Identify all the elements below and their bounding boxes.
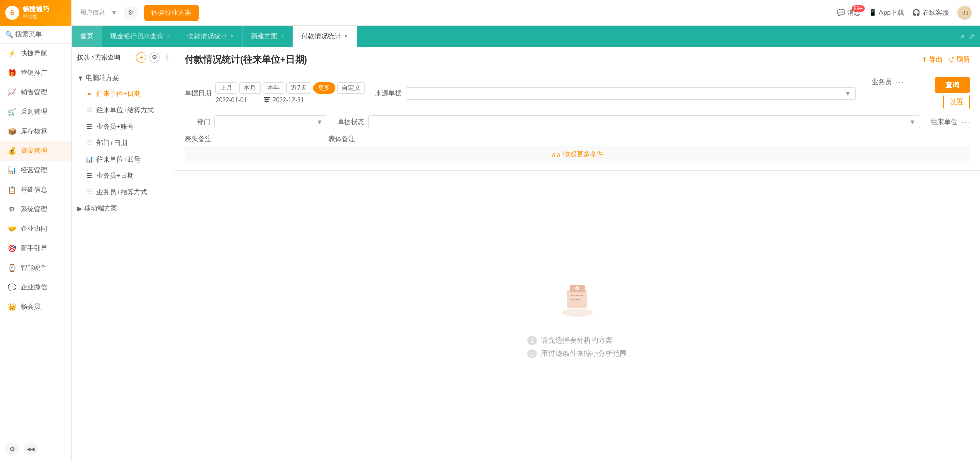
mobile-group-header[interactable]: ▶ 移动端方案 [72,201,174,216]
scheme-unit-account-label: 往来单位+账号 [96,155,141,164]
panel-collapse-btn[interactable]: 《 [163,53,169,62]
tab-new-plan[interactable]: 新建方案 × [243,26,293,47]
tab-bank[interactable]: 现金银行流水查询 × [102,26,179,47]
sidebar-item-member[interactable]: 👑 畅会员 [0,297,71,316]
filter-body-note-item: 表体备注 [328,134,970,144]
date-btn-last-7days[interactable]: 近7天 [286,82,311,94]
sidebar-item-purchase[interactable]: 🛒 采购管理 [0,102,71,122]
sidebar-brand: 畅捷通巧 标准版 [23,5,49,21]
trial-btn[interactable]: 体验行业方案 [144,5,199,21]
scheme-staff-date[interactable]: ☰ 业务员+日期 [72,168,174,184]
refresh-btn[interactable]: ↺ 刷新 [949,55,970,64]
date-options-group: 上月 本月 本年 近7天 更多 自定义 至 [215,82,365,105]
hardware-icon: ⌚ [7,263,16,272]
messages-btn[interactable]: 💬 消息 99+ [837,8,860,17]
tab-payment-close[interactable]: × [344,33,348,40]
dept-select[interactable]: ▼ [214,115,327,128]
purchase-icon: 🛒 [7,107,16,116]
close-all-btn[interactable]: × [961,32,965,41]
scheme-staff-settle[interactable]: ☰ 业务员+结算方式 [72,184,174,201]
scheme-staff-settle-label: 业务员+结算方式 [96,188,147,197]
date-range-separator: 至 [264,96,270,105]
tab-bank-close[interactable]: × [167,33,170,40]
tab-payment[interactable]: 付款情况统计 × [293,26,357,47]
topbar-gear-btn[interactable]: ⚙ [124,6,138,20]
avatar[interactable]: Rit [957,6,972,20]
app-download-btn[interactable]: 📱 App下载 [869,8,904,17]
sidebar-item-sales[interactable]: 📈 销售管理 [0,83,71,102]
tab-bank-label: 现金银行流水查询 [110,32,164,41]
sidebar-item-quick-nav[interactable]: ⚡ 快捷导航 [0,44,71,63]
sidebar-header: 6 畅捷通巧 标准版 [0,0,71,26]
sidebar-item-base[interactable]: 📋 基础信息 [0,180,71,199]
mobile-scheme-group: ▶ 移动端方案 [72,201,174,216]
doc-status-select[interactable]: ▼ [368,115,920,128]
scheme-dept-date[interactable]: ☰ 部门+日期 [72,135,174,151]
online-service-btn[interactable]: 🎧 在线客服 [912,8,949,17]
tab-receipt-label: 收款情况统计 [187,32,227,41]
source-label: 来源单据 [375,89,402,98]
panel-settings-btn[interactable]: ⚙ [149,52,160,63]
sidebar-item-guide[interactable]: 🎯 新手引导 [0,238,71,258]
collapse-up-icon: ∧∧ [551,151,561,158]
sidebar-item-marketing[interactable]: 🎁 营销推广 [0,63,71,83]
sidebar-footer: ⚙ ◀◀ [0,436,71,461]
scheme-staff-account[interactable]: ☰ 业务员+账号 [72,118,174,135]
filter-settings-btn[interactable]: 设置 [943,95,970,109]
app-download-label: App下载 [879,8,904,17]
doc-status-dropdown-icon: ▼ [909,118,916,126]
operations-icon: 📊 [7,166,16,175]
sidebar-label-member: 畅会员 [21,302,41,311]
panel-add-btn[interactable]: + [136,52,146,63]
date-end-input[interactable] [272,96,319,104]
scheme-unit-date-label: 往来单位+日期 [96,89,141,98]
filter-unit-item: 往来单位 ··· [931,117,970,127]
date-start-input[interactable] [215,96,262,104]
query-btn[interactable]: 查询 [935,77,970,93]
refresh-label: 刷新 [956,55,970,64]
date-btn-more[interactable]: 更多 [313,82,335,94]
inventory-icon: 📦 [7,127,16,136]
date-btn-custom[interactable]: 自定义 [337,82,365,94]
desktop-group-header[interactable]: ▼ 电脑端方案 [72,70,174,86]
footer-settings-btn[interactable]: ⚙ [5,442,19,456]
sidebar-label-wechat: 企业微信 [21,283,47,292]
unit-dots-btn[interactable]: ··· [962,117,970,127]
source-select[interactable]: ▼ [406,87,856,100]
unit-label: 往来单位 [931,117,957,127]
date-btn-last-month[interactable]: 上月 [215,82,237,94]
sidebar-item-system[interactable]: ⚙ 系统管理 [0,199,71,219]
wechat-icon: 💬 [7,283,16,292]
sidebar-item-inventory[interactable]: 📦 库存核算 [0,122,71,141]
scheme-unit-date[interactable]: ● 往来单位+日期 [72,86,174,102]
tab-receipt-close[interactable]: × [230,33,234,40]
sidebar-item-capital[interactable]: 💰 资金管理 [0,141,71,161]
expand-btn[interactable]: ⤢ [969,32,975,41]
scheme-unit-settle-label: 往来单位+结算方式 [96,106,154,115]
topbar-dropdown-icon[interactable]: ▼ [111,9,117,16]
staff-dots-btn[interactable]: ··· [896,77,904,87]
footer-collapse-btn[interactable]: ◀◀ [24,442,38,456]
header-note-input[interactable] [215,135,318,143]
search-menu[interactable]: 🔍 搜索菜单 [0,26,71,44]
scheme-unit-account[interactable]: 📊 往来单位+账号 [72,151,174,168]
sidebar-item-operations[interactable]: 📊 经营管理 [0,161,71,180]
export-btn[interactable]: ⬆ 导出 [922,55,943,64]
collapse-more-btn[interactable]: ∧∧ 收起更多条件 [185,146,970,163]
scheme-unit-settle[interactable]: ☰ 往来单位+结算方式 [72,102,174,118]
tab-receipt[interactable]: 收款情况统计 × [179,26,243,47]
body-note-input[interactable] [359,135,513,143]
sidebar-item-hardware[interactable]: ⌚ 智能硬件 [0,258,71,277]
sidebar-item-enterprise[interactable]: 🤝 企业协同 [0,219,71,238]
empty-icon [552,274,603,326]
sidebar-item-wechat[interactable]: 💬 企业微信 [0,277,71,297]
tab-home[interactable]: 首页 [72,26,102,47]
right-actions-col: 查询 设置 [908,77,970,109]
tab-new-plan-close[interactable]: × [281,33,284,40]
staff-label: 业务员 [866,77,892,87]
mobile-group-arrow: ▶ [77,205,82,212]
date-btn-this-year[interactable]: 本年 [263,82,284,94]
member-icon: 👑 [7,302,16,311]
date-btn-this-month[interactable]: 本月 [239,82,261,94]
sidebar: 6 畅捷通巧 标准版 🔍 搜索菜单 ⚡ 快捷导航 🎁 营销推广 📈 销售管理 🛒… [0,0,72,461]
